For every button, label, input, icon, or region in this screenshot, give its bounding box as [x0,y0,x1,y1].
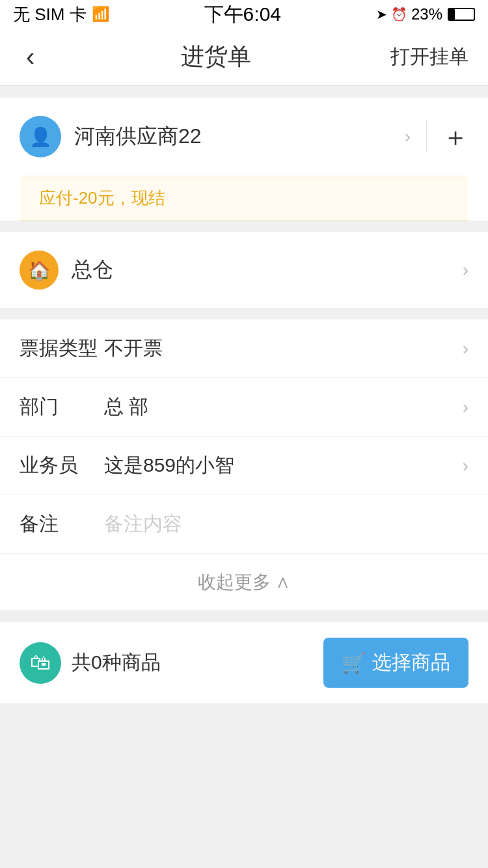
warehouse-section[interactable]: 🏠 总仓 › [0,232,488,308]
open-pending-button[interactable]: 打开挂单 [390,44,468,70]
shopping-bag-icon: 🛍 [30,651,51,675]
page-title: 进货单 [181,41,251,73]
warehouse-row[interactable]: 🏠 总仓 › [20,232,468,308]
collapse-section: 收起更多 ∧ [0,554,488,610]
notice-text: 应付-20元，现结 [39,188,165,208]
status-left: 无 SIM 卡 📶 [13,3,109,26]
alarm-icon: ⏰ [391,7,407,22]
salesperson-label: 业务员 [20,452,104,479]
status-time: 下午6:04 [204,1,281,28]
cart-add-icon: 🛒 [342,651,366,674]
vertical-divider [426,120,427,153]
department-chevron-icon: › [463,397,468,418]
warehouse-icon: 🏠 [20,251,59,290]
remark-label: 备注 [20,511,104,537]
department-label: 部门 [20,394,104,420]
wifi-icon: 📶 [92,6,109,23]
person-icon: 👤 [29,126,52,148]
collapse-button[interactable]: 收起更多 ∧ [198,570,291,595]
select-products-button[interactable]: 🛒 选择商品 [323,638,468,688]
cart-icon: 🛍 [20,642,61,684]
nav-bar: ‹ 进货单 打开挂单 [0,29,488,86]
warehouse-chevron-icon: › [463,260,468,280]
remark-row[interactable]: 备注 备注内容 [0,495,488,554]
location-icon: ➤ [376,7,387,22]
status-right: ➤ ⏰ 23% [376,5,475,23]
status-bar: 无 SIM 卡 📶 下午6:04 ➤ ⏰ 23% [0,0,488,29]
invoice-chevron-icon: › [463,338,468,359]
content-area: 👤 河南供应商22 › ＋ 应付-20元，现结 🏠 总仓 › 票据类型 不开票 … [0,98,488,868]
carrier-label: 无 SIM 卡 [13,3,87,26]
home-icon: 🏠 [28,260,51,281]
supplier-avatar: 👤 [20,116,61,157]
notice-banner: 应付-20元，现结 [20,176,468,221]
warehouse-name: 总仓 [72,256,463,284]
back-button[interactable]: ‹ [20,36,41,78]
department-value: 总 部 [104,394,463,420]
form-section: 票据类型 不开票 › 部门 总 部 › 业务员 这是859的小智 › 备注 备注… [0,319,488,610]
salesperson-row[interactable]: 业务员 这是859的小智 › [0,437,488,495]
battery-percent: 23% [411,5,442,23]
products-count: 共0种商品 [72,649,161,676]
select-products-label: 选择商品 [372,649,450,676]
products-section: 🛍 共0种商品 🛒 选择商品 [0,622,488,703]
salesperson-value: 这是859的小智 [104,452,463,479]
supplier-row[interactable]: 👤 河南供应商22 › ＋ [20,98,468,176]
bottom-area [0,703,488,868]
products-left: 🛍 共0种商品 [20,642,161,684]
remark-input[interactable]: 备注内容 [104,511,468,537]
invoice-type-row[interactable]: 票据类型 不开票 › [0,319,488,378]
invoice-type-label: 票据类型 [20,335,104,362]
supplier-chevron-icon: › [405,126,411,147]
add-button[interactable]: ＋ [442,119,468,155]
supplier-name: 河南供应商22 [74,122,405,151]
battery-icon [448,8,475,21]
invoice-type-value: 不开票 [104,335,463,362]
supplier-section: 👤 河南供应商22 › ＋ 应付-20元，现结 [0,98,488,221]
department-row[interactable]: 部门 总 部 › [0,378,488,437]
salesperson-chevron-icon: › [463,455,468,476]
